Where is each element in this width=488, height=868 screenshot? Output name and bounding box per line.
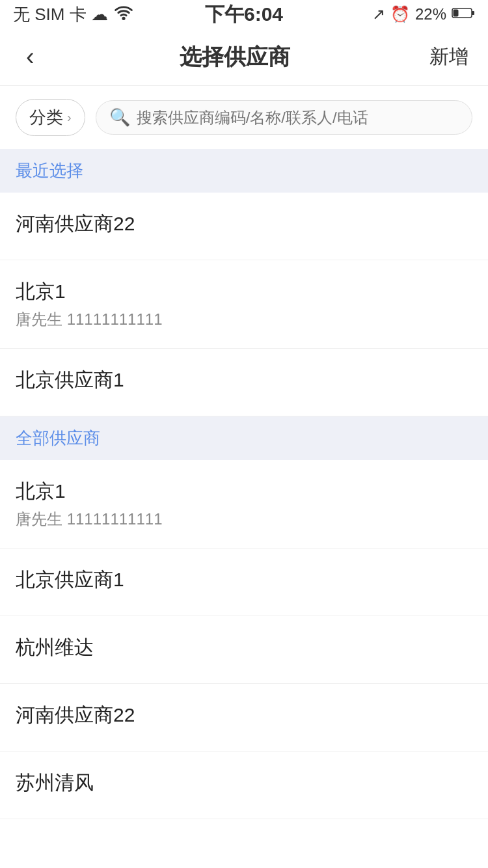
svg-rect-2 [472,11,474,15]
item-name: 北京1 [16,278,472,305]
recent-section-label: 最近选择 [16,161,83,180]
add-button[interactable]: 新增 [429,44,468,70]
list-item[interactable]: 北京1唐先生 11111111111 [0,260,488,349]
item-name: 杭州维达 [16,634,472,661]
search-icon: 🔍 [109,107,130,128]
list-item[interactable]: 河南供应商22 [0,193,488,260]
filter-bar: 分类 › 🔍 [0,86,488,149]
status-left: 无 SIM 卡 ☁ [13,3,133,26]
item-sub: 唐先生 11111111111 [16,509,472,530]
list-item[interactable]: 河南供应商22 [0,684,488,752]
wifi-icon [115,3,133,26]
location-icon: ↗ [372,5,385,23]
svg-point-0 [123,18,124,19]
item-name: 北京供应商1 [16,367,472,394]
battery-text: 22% [415,5,446,23]
recent-section-header: 最近选择 [0,149,488,193]
page-title: 选择供应商 [180,42,290,72]
nav-bar: ‹ 选择供应商 新增 [0,29,488,86]
category-button[interactable]: 分类 › [16,99,85,136]
list-item[interactable]: 苏州清风 [0,752,488,819]
item-name: 河南供应商22 [16,211,472,237]
recent-list: 河南供应商22北京1唐先生 11111111111北京供应商1 [0,193,488,416]
item-sub: 唐先生 11111111111 [16,309,472,330]
all-section-label: 全部供应商 [16,428,100,448]
all-list: 北京1唐先生 11111111111北京供应商1杭州维达河南供应商22苏州清风 [0,460,488,819]
item-name: 北京供应商1 [16,567,472,593]
list-item[interactable]: 杭州维达 [0,616,488,684]
battery-icon [452,5,475,23]
item-name: 河南供应商22 [16,702,472,729]
search-input[interactable] [137,109,459,127]
svg-rect-3 [454,10,459,17]
list-item[interactable]: 北京供应商1 [0,349,488,416]
status-right: ↗ ⏰ 22% [372,5,475,23]
status-time: 下午6:04 [205,1,283,28]
alarm-icon: ⏰ [390,5,410,23]
status-bar: 无 SIM 卡 ☁ 下午6:04 ↗ ⏰ 22% [0,0,488,29]
list-item[interactable]: 北京供应商1 [0,549,488,616]
item-name: 苏州清风 [16,770,472,796]
no-sim-text: 无 SIM 卡 ☁ [13,3,108,26]
category-label: 分类 [29,106,63,129]
back-button[interactable]: ‹ [20,36,41,77]
list-item[interactable]: 北京1唐先生 11111111111 [0,460,488,549]
chevron-right-icon: › [67,110,72,125]
item-name: 北京1 [16,478,472,505]
all-section-header: 全部供应商 [0,416,488,460]
search-input-wrap[interactable]: 🔍 [96,100,472,135]
